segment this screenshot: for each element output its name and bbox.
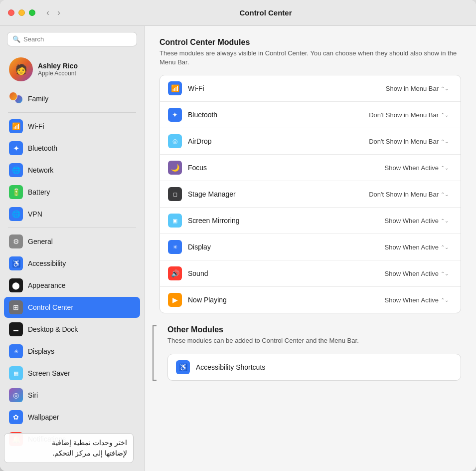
- chevron-up-down-icon: ⌃⌄: [441, 297, 449, 303]
- module-bluetooth-icon: ✦: [168, 108, 182, 122]
- module-display-select[interactable]: Show When Active ⌃⌄: [381, 241, 453, 253]
- module-sound-icon: 🔊: [168, 266, 182, 280]
- sidebar-item-wifi[interactable]: 📶 Wi-Fi: [4, 116, 140, 137]
- module-airdrop-name: AirDrop: [188, 137, 359, 145]
- module-row-stage-manager: ◻ Stage Manager Don't Show in Menu Bar ⌃…: [160, 181, 461, 208]
- module-bluetooth-select[interactable]: Don't Show in Menu Bar ⌃⌄: [365, 109, 453, 121]
- module-now-playing-icon: ▶: [168, 293, 182, 307]
- chevron-up-down-icon: ⌃⌄: [441, 86, 449, 91]
- module-row-wifi: 📶 Wi-Fi Show in Menu Bar ⌃⌄: [160, 75, 461, 102]
- module-display-setting: Show When Active: [385, 243, 439, 251]
- chevron-up-down-icon: ⌃⌄: [441, 165, 449, 171]
- module-row-focus: 🌙 Focus Show When Active ⌃⌄: [160, 155, 461, 181]
- close-button[interactable]: [8, 9, 14, 16]
- sidebar-item-label: Battery: [28, 188, 50, 196]
- siri-icon: ◎: [9, 388, 23, 402]
- sidebar-item-label: Accessibility: [28, 259, 66, 267]
- wifi-icon: 📶: [9, 119, 23, 133]
- sidebar-item-screen-saver[interactable]: ▦ Screen Saver: [4, 363, 140, 384]
- section-desc: These modules are always visible in Cont…: [159, 49, 461, 67]
- sidebar-item-label: Wallpaper: [28, 413, 59, 421]
- user-section[interactable]: 🧑 Ashley Rico Apple Account: [4, 52, 140, 88]
- wallpaper-icon: ✿: [9, 410, 23, 424]
- sidebar: 🔍 🧑 Ashley Rico Apple Account: [0, 26, 145, 471]
- sidebar-item-appearance[interactable]: ⬤ Appearance: [4, 275, 140, 296]
- chevron-up-down-icon: ⌃⌄: [441, 139, 449, 144]
- module-stage-manager-select[interactable]: Don't Show in Menu Bar ⌃⌄: [365, 189, 453, 200]
- module-display-icon: ✳: [168, 240, 182, 254]
- displays-icon: ✳: [9, 344, 23, 358]
- sidebar-item-label: Siri: [28, 391, 38, 399]
- module-row-airdrop: ◎ AirDrop Don't Show in Menu Bar ⌃⌄: [160, 128, 461, 155]
- module-focus-icon: 🌙: [168, 161, 182, 175]
- user-subtitle: Apple Account: [38, 70, 78, 77]
- maximize-button[interactable]: [29, 9, 35, 16]
- module-bluetooth-setting: Don't Show in Menu Bar: [369, 111, 439, 119]
- sidebar-item-family[interactable]: Family: [4, 88, 140, 109]
- titlebar: ‹ › Control Center: [0, 0, 476, 26]
- module-now-playing-select[interactable]: Show When Active ⌃⌄: [381, 294, 453, 306]
- module-now-playing-setting: Show When Active: [385, 296, 439, 304]
- app-window: ‹ › Control Center 🔍 🧑 Ashley Rico Apple…: [0, 0, 476, 471]
- general-icon: ⚙: [9, 235, 23, 248]
- family-avatar-1: [9, 92, 17, 101]
- sidebar-item-label: Wi-Fi: [28, 122, 44, 130]
- minimize-button[interactable]: [18, 9, 25, 16]
- module-screen-mirroring-setting: Show When Active: [385, 217, 439, 225]
- other-modules-desc: These modules can be added to Control Ce…: [167, 336, 461, 345]
- chevron-up-down-icon: ⌃⌄: [441, 218, 449, 224]
- module-row-screen-mirroring: ▣ Screen Mirroring Show When Active ⌃⌄: [160, 208, 461, 234]
- module-focus-select[interactable]: Show When Active ⌃⌄: [381, 162, 453, 174]
- sidebar-item-label: General: [28, 237, 53, 245]
- sidebar-item-label: Desktop & Dock: [28, 325, 78, 333]
- family-label: Family: [28, 95, 48, 103]
- other-modules-title: Other Modules: [167, 325, 461, 334]
- nav-buttons: ‹ ›: [43, 6, 63, 19]
- screen-saver-icon: ▦: [9, 366, 23, 380]
- search-input[interactable]: [23, 35, 132, 43]
- section-title: Control Center Modules: [159, 38, 461, 47]
- sidebar-item-network[interactable]: 🌐 Network: [4, 160, 140, 181]
- module-row-display: ✳ Display Show When Active ⌃⌄: [160, 234, 461, 260]
- chevron-up-down-icon: ⌃⌄: [441, 192, 449, 197]
- sidebar-item-siri[interactable]: ◎ Siri: [4, 385, 140, 406]
- sidebar-item-control-center[interactable]: ⊞ Control Center: [4, 297, 140, 318]
- module-now-playing-name: Now Playing: [188, 296, 375, 304]
- module-sound-setting: Show When Active: [385, 270, 439, 277]
- module-airdrop-select[interactable]: Don't Show in Menu Bar ⌃⌄: [365, 136, 453, 147]
- main-content: Control Center Modules These modules are…: [145, 26, 476, 471]
- search-bar[interactable]: 🔍: [7, 32, 137, 46]
- sidebar-item-label: Control Center: [28, 303, 73, 311]
- control-center-modules-section: Control Center Modules These modules are…: [159, 38, 461, 381]
- forward-button[interactable]: ›: [54, 6, 63, 19]
- bluetooth-icon: ✦: [9, 141, 23, 155]
- other-modules-section: Other Modules These modules can be added…: [159, 325, 461, 380]
- module-row-now-playing: ▶ Now Playing Show When Active ⌃⌄: [160, 287, 461, 313]
- module-bluetooth-name: Bluetooth: [188, 111, 359, 119]
- module-airdrop-icon: ◎: [168, 134, 182, 148]
- module-airdrop-setting: Don't Show in Menu Bar: [369, 138, 439, 145]
- search-icon: 🔍: [12, 35, 20, 43]
- sidebar-item-wallpaper[interactable]: ✿ Wallpaper: [4, 407, 140, 428]
- other-modules-list: ♿ Accessibility Shortcuts: [167, 354, 461, 381]
- module-stage-manager-name: Stage Manager: [188, 190, 359, 198]
- sidebar-item-battery[interactable]: 🔋 Battery: [4, 182, 140, 203]
- module-focus-setting: Show When Active: [385, 164, 439, 172]
- battery-icon: 🔋: [9, 185, 23, 199]
- tooltip-text: اختر وحدات نمطية إضافيةلإضافتها إلى مركز…: [52, 439, 127, 457]
- divider-1: [8, 112, 136, 113]
- traffic-lights: [8, 9, 35, 16]
- modules-list: 📶 Wi-Fi Show in Menu Bar ⌃⌄ ✦ Bluetooth …: [159, 75, 461, 313]
- control-center-icon: ⊞: [9, 300, 23, 314]
- sidebar-item-displays[interactable]: ✳ Displays: [4, 341, 140, 362]
- sidebar-item-accessibility[interactable]: ♿ Accessibility: [4, 253, 140, 274]
- sidebar-item-desktop-dock[interactable]: ▬ Desktop & Dock: [4, 319, 140, 340]
- module-screen-mirroring-select[interactable]: Show When Active ⌃⌄: [381, 215, 453, 227]
- sidebar-item-general[interactable]: ⚙ General: [4, 231, 140, 252]
- module-wifi-select[interactable]: Show in Menu Bar ⌃⌄: [382, 83, 453, 94]
- sidebar-item-vpn[interactable]: 🌐 VPN: [4, 204, 140, 225]
- back-button[interactable]: ‹: [43, 6, 52, 19]
- sidebar-item-bluetooth[interactable]: ✦ Bluetooth: [4, 138, 140, 159]
- module-sound-select[interactable]: Show When Active ⌃⌄: [381, 268, 453, 279]
- sidebar-scroll: 🧑 Ashley Rico Apple Account Family: [0, 52, 144, 471]
